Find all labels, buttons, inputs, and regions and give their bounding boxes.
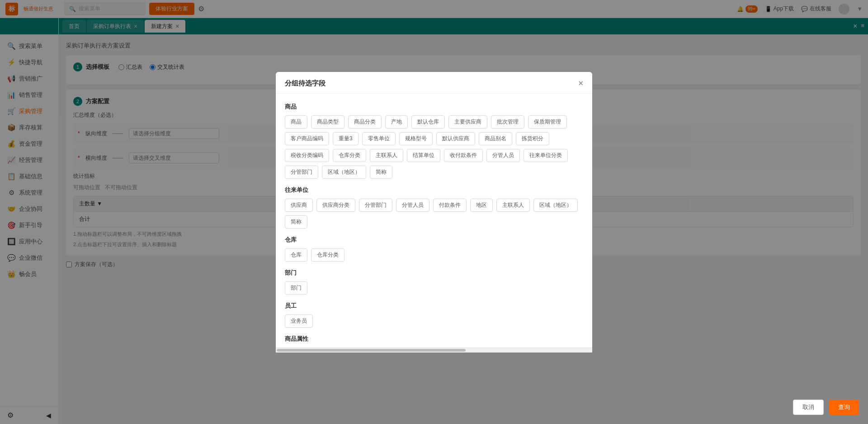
field-default-supplier[interactable]: 默认供应商 (436, 132, 475, 145)
field-shelf-life[interactable]: 保质期管理 (528, 115, 567, 129)
field-warehouse-cat[interactable]: 仓库分类 (311, 248, 344, 262)
warehouse-fields: 仓库 仓库分类 (285, 248, 583, 262)
field-origin[interactable]: 产地 (385, 115, 408, 129)
dialog-hscrollbar[interactable] (276, 348, 592, 352)
field-supervisor[interactable]: 分管人员 (486, 149, 520, 162)
field-product-category[interactable]: 商品分类 (348, 115, 382, 129)
product-fields: 商品 商品类型 商品分类 产地 默认仓库 主要供应商 批次管理 保质期管理 客户… (285, 115, 583, 179)
employee-fields: 业务员 (285, 314, 583, 328)
section-employee: 员工 业务员 (285, 302, 583, 328)
field-person-manage[interactable]: 分管人员 (396, 199, 429, 212)
section-product-title: 商品 (285, 103, 583, 111)
field-warehouse[interactable]: 仓库 (285, 248, 307, 262)
cancel-button[interactable]: 取消 (793, 400, 824, 415)
field-warehouse-category[interactable]: 仓库分类 (333, 149, 366, 162)
field-payment-terms[interactable]: 收付款条件 (444, 149, 483, 162)
field-region-district[interactable]: 区域（地区） (533, 199, 578, 212)
field-abbr-partner[interactable]: 简称 (285, 215, 307, 229)
field-tax-code[interactable]: 税收分类编码 (285, 149, 329, 162)
field-batch-manage[interactable]: 批次管理 (491, 115, 524, 129)
field-customer-code[interactable]: 客户商品编码 (285, 132, 329, 145)
section-product: 商品 商品 商品类型 商品分类 产地 默认仓库 主要供应商 批次管理 保质期管理… (285, 103, 583, 179)
department-fields: 部门 (285, 281, 583, 295)
field-supervise-dept[interactable]: 分管部门 (285, 166, 318, 179)
field-main-supplier[interactable]: 主要供应商 (448, 115, 487, 129)
section-product-attr-title: 商品属性 (285, 335, 583, 343)
field-region-product[interactable]: 区域（地区） (322, 166, 366, 179)
dialog-close-button[interactable]: × (578, 79, 583, 87)
dialog: 分组待选字段 × 商品 商品 商品类型 商品分类 产地 默认仓库 主要供应商 批… (276, 72, 592, 353)
section-department: 部门 部门 (285, 269, 583, 295)
field-product-type[interactable]: 商品类型 (311, 115, 344, 129)
field-region-partner[interactable]: 地区 (470, 199, 493, 212)
field-default-warehouse[interactable]: 默认仓库 (411, 115, 445, 129)
section-warehouse-title: 仓库 (285, 236, 583, 244)
field-retail-unit[interactable]: 零售单位 (362, 132, 396, 145)
field-partner-category[interactable]: 往来单位分类 (524, 149, 568, 162)
field-product-alias[interactable]: 商品别名 (479, 132, 512, 145)
field-spec-model[interactable]: 规格型号 (399, 132, 433, 145)
field-main-contact-partner[interactable]: 主联系人 (496, 199, 530, 212)
hscrollbar-thumb[interactable] (277, 349, 466, 352)
field-weight3[interactable]: 重量3 (333, 132, 359, 145)
field-pick-points[interactable]: 拣货积分 (516, 132, 549, 145)
footer-buttons: 取消 查询 (793, 400, 859, 415)
field-abbr-product[interactable]: 简称 (370, 166, 392, 179)
section-product-attr: 商品属性 属性 颜色 多规格 尺码 鞋码 1 (285, 335, 583, 348)
section-partner: 往来单位 供应商 供应商分类 分管部门 分管人员 付款条件 地区 主联系人 区域… (285, 186, 583, 229)
dialog-overlay: 分组待选字段 × 商品 商品 商品类型 商品分类 产地 默认仓库 主要供应商 批… (0, 0, 868, 424)
dialog-header: 分组待选字段 × (276, 72, 592, 94)
field-department[interactable]: 部门 (285, 281, 307, 295)
field-salesperson[interactable]: 业务员 (285, 314, 313, 328)
section-partner-title: 往来单位 (285, 186, 583, 194)
dialog-title: 分组待选字段 (285, 79, 326, 88)
partner-fields: 供应商 供应商分类 分管部门 分管人员 付款条件 地区 主联系人 区域（地区） … (285, 199, 583, 229)
section-department-title: 部门 (285, 269, 583, 277)
confirm-button[interactable]: 查询 (829, 400, 859, 415)
field-product[interactable]: 商品 (285, 115, 307, 129)
dialog-body: 商品 商品 商品类型 商品分类 产地 默认仓库 主要供应商 批次管理 保质期管理… (276, 94, 592, 348)
field-supplier-category[interactable]: 供应商分类 (316, 199, 355, 212)
section-employee-title: 员工 (285, 302, 583, 310)
field-dept-manage[interactable]: 分管部门 (359, 199, 392, 212)
field-main-contact[interactable]: 主联系人 (370, 149, 403, 162)
field-settlement-unit[interactable]: 结算单位 (407, 149, 440, 162)
section-warehouse: 仓库 仓库 仓库分类 (285, 236, 583, 262)
field-payment-cond[interactable]: 付款条件 (433, 199, 467, 212)
field-supplier[interactable]: 供应商 (285, 199, 313, 212)
